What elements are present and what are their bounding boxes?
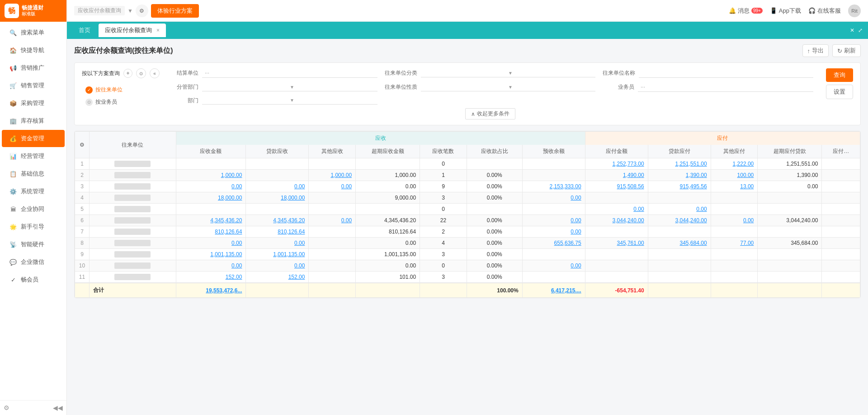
table-row: 8■■■■■0.000.000.0040.00%655,636.75345,76… [75,238,860,249]
filter-label-partner-nature: 往来单位性质 [385,83,417,91]
tab-home[interactable]: 首页 [72,24,97,37]
refresh-button[interactable]: ↻ 刷新 [832,44,861,57]
filter-input-dept[interactable]: ▼ [202,96,377,105]
sidebar-item-search[interactable]: 🔍 搜索菜单 [2,24,65,41]
service-icon: 🎧 [808,7,816,14]
guide-icon: 🌟 [9,223,17,231]
top-header: 应收应付余额查询 ▼ ⚙ 体验行业方案 🔔 消息 99+ 📱 App下载 [67,0,868,22]
sidebar-item-quick[interactable]: 🏠 快捷导航 [2,42,65,59]
customer-service-btn[interactable]: 🎧 在线客服 [808,7,841,15]
table-container[interactable]: ⚙ 往来单位 应收 应付 应收金额 贷款应收 其他应收 超期应收金额 应收笔数 [75,131,860,298]
query-button[interactable]: 查询 [826,68,853,82]
sidebar-item-label: 采购管理 [21,99,44,107]
footer-ap-other [822,283,860,298]
footer-advance[interactable]: 6,417,215.... [522,283,585,298]
settings-button[interactable]: 设置 [826,85,853,99]
sidebar-item-label: 企业微信 [21,258,44,266]
table-footer-row: 合计 19,553,472,6... 100.00% 6,417,215....… [75,283,860,298]
sidebar-item-label: 新手引导 [21,223,44,231]
sidebar-item-label: 资金管理 [21,134,44,143]
sidebar-item-label: 畅会员 [21,276,38,284]
sidebar-item-finance[interactable]: 💰 资金管理 [2,130,65,147]
filter-input-dept-manage[interactable]: ▼ [202,83,377,91]
sidebar-item-sales[interactable]: 🛒 销售管理 [2,77,65,94]
finance-icon: 💰 [9,134,17,143]
marketing-icon: 📢 [9,64,17,72]
tab-maximize-icon[interactable]: ⤢ [858,27,863,33]
table-row: 3■■■■■0.000.000.000.0090.00%2,153,333.00… [75,181,860,192]
table-header-partner: 往来单位 [90,132,176,158]
footer-ar-ratio: 100.00% [467,283,522,298]
messages-badge: 99+ [751,8,763,14]
footer-ar-count [420,283,467,298]
filter-input-salesman[interactable]: ··· [638,82,813,92]
scheme-item-salesman[interactable]: ⊙ 按业务员 [82,96,127,108]
sidebar-item-inventory[interactable]: 🏢 库存核算 [2,112,65,129]
user-avatar[interactable]: Rit [848,5,861,17]
sidebar-item-label: 营销推广 [21,64,44,72]
col-ar-count: 应收笔数 [420,145,467,158]
logo-icon: 畅 [5,4,19,18]
col-advance-balance: 预收余额 [522,145,585,158]
table-row: 4■■■■■18,000.0018,000.009,000.0030.00%0.… [75,192,860,204]
bell-icon: 🔔 [729,7,736,14]
sidebar-item-label: 智能硬件 [21,240,44,248]
app-download-btn[interactable]: 📱 App下载 [770,7,801,15]
filter-header: 按以下方案查询 + ⊙ « [82,68,160,78]
sidebar-item-hardware[interactable]: 📡 智能硬件 [2,236,65,253]
sidebar-footer: ⚙ ◀◀ [0,400,66,415]
collapse-row: ∧ 收起更多条件 [167,108,813,119]
footer-label: 合计 [90,283,176,298]
scheme-list: ✓ 按往来单位 ⊙ 按业务员 [82,84,127,108]
sidebar-item-wechat[interactable]: 💬 企业微信 [2,253,65,271]
col-ap-other: 应付… [822,145,860,158]
sidebar-item-operations[interactable]: 📊 经营管理 [2,148,65,165]
footer-overdue-ar [356,283,420,298]
collapse-button[interactable]: ∧ 收起更多条件 [465,108,515,119]
collapse-sidebar-btn[interactable]: ◀◀ [53,404,63,411]
member-icon: ✓ [9,276,17,284]
messages-btn[interactable]: 🔔 消息 99+ [729,7,763,15]
filter-add-btn[interactable]: + [123,69,132,78]
filter-input-partner-category[interactable]: ▼ [421,69,595,77]
promo-button[interactable]: 体验行业方案 [151,4,199,18]
footer-other-ar [309,283,356,298]
export-button[interactable]: ↑ 导出 [802,44,829,57]
sidebar-item-enterprise[interactable]: 🏛 企业协同 [2,200,65,218]
filter-field-partner-name: 往来单位名称 [603,68,813,78]
filter-input-partner-name[interactable] [639,68,813,78]
scheme-item-partner[interactable]: ✓ 按往来单位 [82,84,127,96]
tab-home-label: 首页 [79,26,90,34]
sidebar-item-basic[interactable]: 📋 基础信息 [2,165,65,182]
tab-close-all-icon[interactable]: ✕ [850,27,854,33]
collapse-label: 收起更多条件 [477,110,509,118]
footer-ar-amount[interactable]: 19,553,472,6... [176,283,246,298]
filter-collapse-icon[interactable]: « [150,68,160,78]
table-settings-header[interactable]: ⚙ [75,132,90,158]
filter-area: 按以下方案查询 + ⊙ « ✓ 按往来单位 [74,62,861,125]
col-ap-amount: 应付金额 [585,145,648,158]
breadcrumb-area: 应收应付余额查询 ▼ ⚙ 体验行业方案 [74,4,720,18]
sidebar-item-member[interactable]: ✓ 畅会员 [2,271,65,288]
filter-input-settlement[interactable]: ··· [202,68,377,78]
export-label: 导出 [812,47,824,55]
sidebar-item-system[interactable]: ⚙️ 系统管理 [2,183,65,200]
tab-close-icon[interactable]: × [156,27,160,33]
col-other-ap: 其他应付 [711,145,758,158]
filter-header-label: 按以下方案查询 [82,70,120,77]
filter-settings-icon[interactable]: ⊙ [136,68,146,78]
tab-bar-right: ✕ ⤢ [850,27,863,33]
filter-field-partner-nature: 往来单位性质 ▼ [385,82,595,92]
footer-loan-ar [246,283,309,298]
settings-footer-btn[interactable]: ⚙ [4,404,9,411]
filter-input-partner-nature[interactable]: ▼ [421,83,595,91]
header-settings-btn[interactable]: ⚙ [136,5,148,17]
sidebar-item-label: 系统管理 [21,187,44,196]
col-other-ar: 其他应收 [309,145,356,158]
logo-text: 畅捷通财 [22,5,43,11]
tab-arbalance[interactable]: 应收应付余额查询 × [99,24,166,37]
sidebar-item-purchase[interactable]: 📦 采购管理 [2,95,65,112]
sidebar-item-guide[interactable]: 🌟 新手引导 [2,218,65,235]
sidebar-item-marketing[interactable]: 📢 营销推广 [2,59,65,76]
col-ar-amount: 应收金额 [176,145,246,158]
